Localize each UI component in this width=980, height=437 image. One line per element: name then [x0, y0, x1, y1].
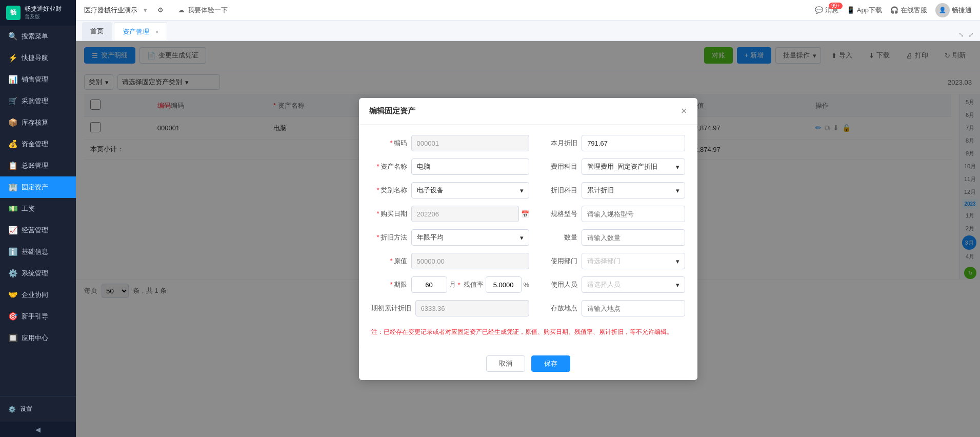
- search-icon: 🔍: [8, 32, 17, 41]
- sidebar-item-fixed-assets[interactable]: 🏢 固定资产: [0, 176, 76, 198]
- field-purchase-date: *购买日期 📅: [371, 206, 530, 222]
- sidebar-item-system[interactable]: ⚙️ 系统管理: [0, 263, 76, 284]
- form-grid: *编码 *资产名称 *类别名称 电子设: [371, 135, 685, 324]
- sidebar-item-payroll[interactable]: 💵 工资: [0, 198, 76, 220]
- depr-method-chevron-icon: ▾: [520, 234, 524, 242]
- field-code: *编码: [371, 135, 530, 151]
- modal-close-btn[interactable]: ✕: [681, 106, 687, 116]
- sidebar-collapse-btn[interactable]: ◀: [0, 422, 76, 437]
- message-btn[interactable]: 💬 消息 99+: [815, 6, 838, 15]
- depr-account-select[interactable]: 累计折旧 ▾: [582, 182, 685, 198]
- app-logo: 畅 畅捷通好业财 普及版: [0, 0, 76, 26]
- info-icon: ℹ️: [8, 247, 17, 256]
- edit-fixed-asset-modal: 编辑固定资产 ✕ *编码 *资产名: [359, 98, 697, 380]
- field-original-value: *原值: [371, 253, 530, 269]
- period-input[interactable]: [411, 276, 447, 293]
- app-download-btn[interactable]: 📱 App下载: [847, 6, 882, 15]
- sidebar-item-appcenter[interactable]: 🔲 应用中心: [0, 327, 76, 349]
- feedback-btn[interactable]: ☁ 我要体验一下: [178, 6, 228, 15]
- building-icon: 🏢: [8, 183, 17, 192]
- category-select[interactable]: 电子设备 ▾: [411, 182, 530, 198]
- modal-body: *编码 *资产名称 *类别名称 电子设: [359, 125, 697, 347]
- sidebar-item-sales[interactable]: 📊 销售管理: [0, 69, 76, 90]
- headset-icon: 🎧: [890, 6, 898, 14]
- sidebar-item-basic[interactable]: ℹ️ 基础信息: [0, 241, 76, 263]
- payroll-icon: 💵: [8, 204, 17, 213]
- window-expand-icon[interactable]: ⤢: [968, 31, 974, 38]
- ledger-icon: 📋: [8, 161, 17, 170]
- sidebar-item-search[interactable]: 🔍 搜索菜单: [0, 26, 76, 47]
- sidebar-item-inventory[interactable]: 📦 库存核算: [0, 112, 76, 133]
- user-profile-btn[interactable]: 👤 畅捷通: [935, 3, 972, 17]
- sidebar-item-purchase[interactable]: 🛒 采购管理: [0, 90, 76, 112]
- sidebar-item-ledger[interactable]: 📋 总账管理: [0, 155, 76, 176]
- name-input[interactable]: [411, 158, 530, 175]
- modal-title: 编辑固定资产: [369, 106, 415, 116]
- topbar-settings-btn[interactable]: ⚙: [153, 3, 168, 17]
- spec-input[interactable]: [582, 206, 685, 222]
- tab-close-icon[interactable]: ×: [155, 29, 158, 35]
- sidebar-item-quicknav[interactable]: ⚡ 快捷导航: [0, 47, 76, 69]
- code-input[interactable]: [411, 135, 530, 151]
- expense-account-select[interactable]: 管理费用_固定资产折旧 ▾: [582, 158, 685, 175]
- lightning-icon: ⚡: [8, 53, 17, 63]
- field-person: 使用人员 请选择人员 ▾: [542, 276, 685, 293]
- topbar: 医疗器械行业演示 ▾ ⚙ ☁ 我要体验一下 💬 消息 99+ 📱 App下载 🎧: [76, 0, 980, 21]
- message-icon: 💬: [815, 6, 823, 14]
- cancel-button[interactable]: 取消: [486, 355, 525, 372]
- expense-chevron-icon: ▾: [676, 163, 679, 171]
- sidebar-settings[interactable]: ⚙️ 设置: [0, 401, 76, 418]
- grid-icon: 🔲: [8, 333, 17, 343]
- dept-chevron-icon: ▾: [676, 257, 679, 265]
- save-button[interactable]: 保存: [531, 355, 570, 372]
- quantity-input[interactable]: [582, 229, 685, 246]
- field-location: 存放地点: [542, 300, 685, 316]
- location-input[interactable]: [582, 300, 685, 316]
- purchase-date-input[interactable]: [411, 206, 519, 222]
- window-restore-icon[interactable]: ⤡: [958, 31, 964, 38]
- company-name: 医疗器械行业演示: [84, 6, 137, 15]
- depr-account-chevron-icon: ▾: [676, 187, 679, 194]
- monthly-depr-input[interactable]: [582, 135, 685, 151]
- dropdown-icon: ▾: [144, 6, 147, 14]
- online-service-btn[interactable]: 🎧 在线客服: [890, 6, 927, 15]
- modal-overlay: 编辑固定资产 ✕ *编码 *资产名: [76, 41, 980, 437]
- original-value-input[interactable]: [411, 253, 530, 269]
- field-initial-depr: 期初累计折旧: [371, 300, 530, 316]
- field-monthly-depr: 本月折旧: [542, 135, 685, 151]
- tab-home[interactable]: 首页: [82, 22, 112, 41]
- logo-icon: 畅: [6, 6, 21, 20]
- field-expense-account: 费用科目 管理费用_固定资产折旧 ▾: [542, 158, 685, 175]
- initial-depr-input[interactable]: [415, 300, 530, 316]
- calendar-icon[interactable]: 📅: [521, 210, 529, 218]
- field-depr-method: *折旧方法 年限平均 ▾: [371, 229, 530, 246]
- field-spec: 规格型号: [542, 206, 685, 222]
- residual-rate-input[interactable]: [486, 276, 522, 293]
- department-select[interactable]: 请选择部门 ▾: [582, 253, 685, 269]
- form-right: 本月折旧 费用科目 管理费用_固定资产折旧 ▾: [542, 135, 685, 324]
- person-chevron-icon: ▾: [676, 281, 679, 289]
- field-department: 使用部门 请选择部门 ▾: [542, 253, 685, 269]
- chart-icon: 📊: [8, 75, 17, 84]
- sidebar-nav: 🔍 搜索菜单 ⚡ 快捷导航 📊 销售管理 🛒 采购管理 📦 库存核算 💰: [0, 26, 76, 396]
- person-select[interactable]: 请选择人员 ▾: [582, 276, 685, 293]
- modal-header: 编辑固定资产 ✕: [359, 98, 697, 125]
- modal-note: 注：已经存在变更记录或者对应固定资产已经生成凭证，原值、购买日期、残值率、累计折…: [371, 324, 685, 336]
- content-area: ☰ 资产明细 📄 变更生成凭证 对账 + 新增 批量操作 ▾: [76, 41, 980, 437]
- tab-asset-mgmt[interactable]: 资产管理 ×: [114, 22, 167, 41]
- category-chevron-icon: ▾: [520, 187, 524, 194]
- gear-icon: ⚙️: [8, 269, 17, 278]
- cart-icon: 🛒: [8, 96, 17, 106]
- message-badge: 99+: [829, 3, 843, 9]
- sidebar-item-operations[interactable]: 📈 经营管理: [0, 220, 76, 241]
- field-name: *资产名称: [371, 158, 530, 175]
- cloud-icon: ☁: [178, 6, 185, 14]
- form-left: *编码 *资产名称 *类别名称 电子设: [371, 135, 530, 324]
- sidebar-item-enterprise[interactable]: 🤝 企业协同: [0, 284, 76, 306]
- target-icon: 🎯: [8, 312, 17, 321]
- phone-icon: 📱: [847, 6, 855, 14]
- sidebar-item-guide[interactable]: 🎯 新手引导: [0, 306, 76, 327]
- main-area: 医疗器械行业演示 ▾ ⚙ ☁ 我要体验一下 💬 消息 99+ 📱 App下载 🎧: [76, 0, 980, 437]
- depr-method-select[interactable]: 年限平均 ▾: [411, 229, 530, 246]
- sidebar-item-finance[interactable]: 💰 资金管理: [0, 133, 76, 155]
